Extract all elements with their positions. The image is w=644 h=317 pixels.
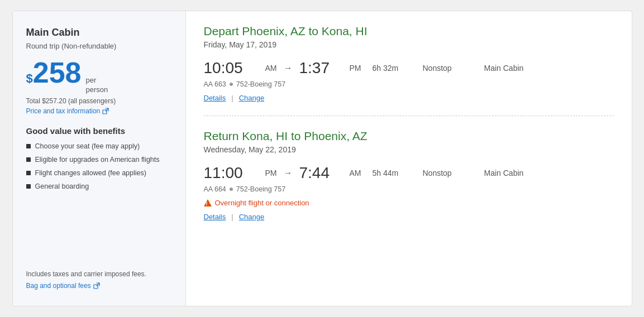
action-row: Details | Change <box>204 213 614 221</box>
benefits-list: Choose your seat (fee may apply)Eligible… <box>26 142 172 196</box>
bullet-icon <box>26 157 31 162</box>
bag-fees-external-icon <box>93 282 100 289</box>
price-per-person: per person <box>86 76 108 95</box>
aircraft-type: 752-Boeing 757 <box>236 80 285 88</box>
aircraft-type: 752-Boeing 757 <box>236 185 285 193</box>
overnight-warning: Overnight flight or connection <box>204 199 614 207</box>
benefit-item: Eligible for upgrades on American flight… <box>26 156 172 164</box>
bag-fees-link[interactable]: Bag and optional fees <box>26 282 100 290</box>
benefit-item: General boarding <box>26 182 172 190</box>
flight-duration: 6h 32m <box>373 64 417 73</box>
total-price: Total $257.20 (all passengers) <box>26 97 172 105</box>
arrow-icon: → <box>284 63 293 73</box>
flight-date: Friday, May 17, 2019 <box>204 40 614 49</box>
depart-time: 11:00 <box>204 164 265 182</box>
flight-duration: 5h 44m <box>373 169 417 177</box>
flight-details-row: AA 664 752-Boeing 757 <box>204 185 614 193</box>
flight-route-title: Return Kona, HI to Phoenix, AZ <box>204 129 614 143</box>
arrive-time: 7:44 <box>299 164 350 182</box>
arrow-icon: → <box>284 168 293 178</box>
action-row: Details | Change <box>204 94 614 102</box>
benefit-item: Flight changes allowed (fee applies) <box>26 169 172 177</box>
sidebar-subtitle: Round trip (Non-refundable) <box>26 42 172 50</box>
flight-date: Wednesday, May 22, 2019 <box>204 145 614 154</box>
cabin-class-label: Main Cabin <box>484 169 524 177</box>
change-link[interactable]: Change <box>239 94 265 102</box>
flight-route-title: Depart Phoenix, AZ to Kona, HI <box>204 25 614 38</box>
nonstop-label: Nonstop <box>423 64 479 73</box>
price-amount: 258 <box>33 58 82 87</box>
warning-triangle-icon <box>204 199 212 206</box>
price-dollar: $ <box>26 71 33 86</box>
separator-dot-icon <box>230 188 233 191</box>
benefit-item: Choose your seat (fee may apply) <box>26 142 172 150</box>
flight-section-return: Return Kona, HI to Phoenix, AZ Wednesday… <box>204 129 614 234</box>
details-link[interactable]: Details <box>204 94 226 102</box>
action-separator: | <box>231 94 233 102</box>
depart-ampm: PM <box>265 169 277 177</box>
arrive-time: 1:37 <box>299 59 350 77</box>
main-content: Depart Phoenix, AZ to Kona, HI Friday, M… <box>186 11 632 306</box>
external-link-icon <box>102 108 109 114</box>
flight-number: AA 664 <box>204 185 226 193</box>
price-row: $ 258 per person <box>26 58 172 95</box>
footer-text: Includes taxes and carrier imposed fees. <box>26 270 172 278</box>
action-separator: | <box>231 213 233 221</box>
benefits-title: Good value with benefits <box>26 126 172 136</box>
depart-time: 10:05 <box>204 59 265 77</box>
flight-details-row: AA 663 752-Boeing 757 <box>204 80 614 88</box>
bullet-icon <box>26 171 31 175</box>
arrive-ampm: AM <box>350 169 361 177</box>
bullet-icon <box>26 144 31 148</box>
details-link[interactable]: Details <box>204 213 226 221</box>
sidebar-footer: Includes taxes and carrier imposed fees.… <box>26 253 172 290</box>
change-link[interactable]: Change <box>239 213 265 221</box>
flight-section-depart: Depart Phoenix, AZ to Kona, HI Friday, M… <box>204 25 614 116</box>
flight-number: AA 663 <box>204 80 226 88</box>
arrive-ampm: PM <box>350 64 361 73</box>
nonstop-label: Nonstop <box>423 169 479 177</box>
flight-info-row: 11:00 PM → 7:44 AM 5h 44m Nonstop Main C… <box>204 164 614 182</box>
flight-card: Main Cabin Round trip (Non-refundable) $… <box>12 11 632 306</box>
separator-dot-icon <box>230 83 233 86</box>
sidebar: Main Cabin Round trip (Non-refundable) $… <box>13 11 186 306</box>
depart-ampm: AM <box>265 64 277 73</box>
sidebar-title: Main Cabin <box>26 27 172 39</box>
flight-info-row: 10:05 AM → 1:37 PM 6h 32m Nonstop Main C… <box>204 59 614 77</box>
bullet-icon <box>26 184 31 189</box>
cabin-class-label: Main Cabin <box>484 64 524 73</box>
price-tax-link[interactable]: Price and tax information <box>26 107 172 115</box>
